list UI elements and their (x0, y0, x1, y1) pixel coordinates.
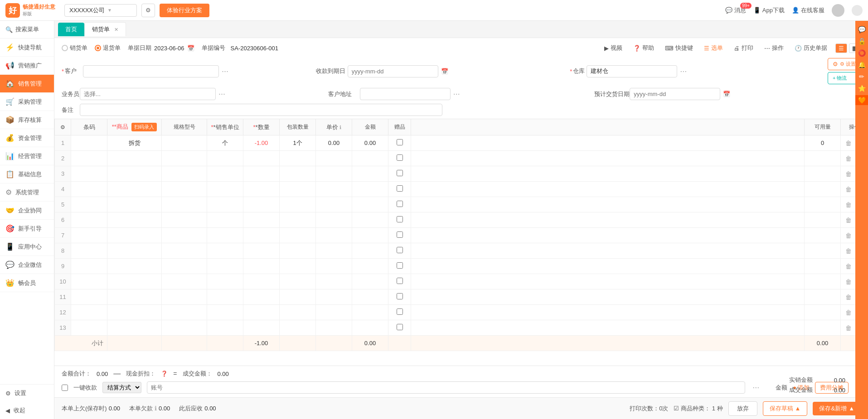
row-gift[interactable] (388, 243, 411, 259)
payment-due-calendar-icon[interactable]: 📅 (441, 68, 448, 75)
row-qty[interactable] (243, 243, 280, 259)
row-barcode[interactable] (71, 166, 107, 182)
row-spec[interactable] (162, 135, 207, 151)
row-barcode[interactable] (71, 289, 107, 305)
row-barcode[interactable] (71, 320, 107, 336)
row-qty[interactable] (243, 259, 280, 274)
row-delete-icon[interactable]: 🗑 (845, 140, 852, 147)
row-amount[interactable] (352, 259, 388, 274)
row-price[interactable] (316, 212, 352, 228)
row-price[interactable] (316, 320, 352, 336)
row-product[interactable] (107, 166, 162, 182)
row-unit[interactable] (207, 182, 243, 197)
row-delete-icon[interactable]: 🗑 (845, 155, 852, 162)
row-delete-icon[interactable]: 🗑 (845, 170, 852, 178)
row-gift[interactable] (388, 228, 411, 243)
row-qty[interactable] (243, 305, 280, 320)
row-barcode[interactable] (71, 305, 107, 320)
row-unit[interactable] (207, 166, 243, 182)
save-new-btn[interactable]: 保存&新增 ▲ (813, 402, 861, 415)
row-gift[interactable] (388, 151, 411, 166)
row-amount[interactable] (352, 212, 388, 228)
warehouse-input[interactable] (587, 65, 677, 77)
avatar[interactable] (832, 4, 844, 17)
customer-input[interactable] (83, 65, 219, 77)
total-owed-info-icon[interactable]: ℹ (155, 405, 157, 412)
row-product[interactable] (107, 197, 162, 212)
table-scroll[interactable]: ⚙ 条码 **商品 扫码录入 规格型号 **销售单位 (54, 119, 868, 366)
row-qty[interactable] (243, 212, 280, 228)
row-barcode[interactable] (71, 274, 107, 289)
strip-edit-icon[interactable]: ✏ (857, 72, 867, 82)
row-spec[interactable] (162, 289, 207, 305)
customer-dots[interactable]: ··· (222, 67, 228, 76)
row-qty[interactable] (243, 182, 280, 197)
row-barcode[interactable] (71, 228, 107, 243)
discard-btn[interactable]: 放弃 (728, 401, 757, 416)
row-price[interactable] (316, 151, 352, 166)
row-spec[interactable] (162, 259, 207, 274)
row-unit[interactable] (207, 274, 243, 289)
company-selector[interactable]: XXXXXX公司 ▼ (64, 4, 137, 17)
scan-barcode-btn[interactable]: 扫码录入 (131, 123, 157, 131)
row-spec[interactable] (162, 182, 207, 197)
account-dots[interactable]: ··· (752, 383, 759, 392)
strip-circle-icon[interactable]: ⭕ (857, 48, 867, 58)
row-qty[interactable] (243, 197, 280, 212)
expected-date-calendar-icon[interactable]: 📅 (723, 91, 730, 97)
tab-close-icon[interactable]: ✕ (114, 27, 118, 33)
row-qty[interactable] (243, 166, 280, 182)
row-qty[interactable] (243, 274, 280, 289)
row-spec[interactable] (162, 243, 207, 259)
calendar-icon[interactable]: 📅 (187, 45, 194, 52)
row-amount[interactable] (352, 182, 388, 197)
row-unit[interactable] (207, 151, 243, 166)
row-pkg[interactable]: 1个 (280, 135, 316, 151)
row-product[interactable] (107, 182, 162, 197)
sidebar-collapse-button[interactable]: ◀ 收起 (0, 402, 54, 419)
settlement-method-select[interactable]: 结算方式 (102, 382, 141, 393)
row-product[interactable] (107, 320, 162, 336)
settings-icon[interactable]: ⚙ (141, 4, 155, 17)
row-unit[interactable]: 个 (207, 135, 243, 151)
row-gift[interactable] (388, 182, 411, 197)
notes-input[interactable] (80, 104, 442, 116)
row-qty[interactable] (243, 320, 280, 336)
settlement-account-input[interactable] (147, 381, 745, 394)
row-gift[interactable] (388, 135, 411, 151)
row-product[interactable] (107, 243, 162, 259)
row-product[interactable] (107, 305, 162, 320)
grid-view-btn[interactable]: ☰ (835, 43, 847, 53)
row-price[interactable] (316, 274, 352, 289)
row-amount[interactable] (352, 243, 388, 259)
payment-due-input[interactable] (348, 65, 438, 77)
strip-bell-icon[interactable]: 🔔 (857, 60, 867, 70)
row-delete-icon[interactable]: 🗑 (845, 294, 852, 301)
row-delete-icon[interactable]: 🗑 (845, 263, 852, 270)
one-click-payment-checkbox[interactable] (62, 385, 68, 391)
help-btn[interactable]: ❓ 帮助 (630, 43, 657, 53)
row-gift[interactable] (388, 197, 411, 212)
row-price[interactable] (316, 182, 352, 197)
row-qty[interactable]: -1.00 (243, 135, 280, 151)
sidebar-settings-button[interactable]: ⚙ 设置 (0, 385, 54, 402)
print-btn[interactable]: 🖨 打印 (731, 43, 756, 53)
row-delete-icon[interactable]: 🗑 (845, 217, 852, 224)
sidebar-item-finance[interactable]: 💰 资金管理 (0, 129, 54, 147)
row-pkg[interactable] (280, 289, 316, 305)
row-price[interactable] (316, 166, 352, 182)
row-qty[interactable] (243, 151, 280, 166)
shortcuts-btn[interactable]: ⌨ 快捷键 (662, 43, 696, 53)
row-pkg[interactable] (280, 151, 316, 166)
row-unit[interactable] (207, 305, 243, 320)
row-amount[interactable] (352, 197, 388, 212)
row-gift[interactable] (388, 305, 411, 320)
sidebar-item-appstore[interactable]: 📱 应用中心 (0, 238, 54, 256)
row-spec[interactable] (162, 151, 207, 166)
sidebar-item-basic[interactable]: 📋 基础信息 (0, 165, 54, 183)
row-pkg[interactable] (280, 259, 316, 274)
row-spec[interactable] (162, 166, 207, 182)
strip-heart-icon[interactable]: 🧡 (855, 95, 868, 105)
row-pkg[interactable] (280, 212, 316, 228)
row-amount[interactable] (352, 166, 388, 182)
